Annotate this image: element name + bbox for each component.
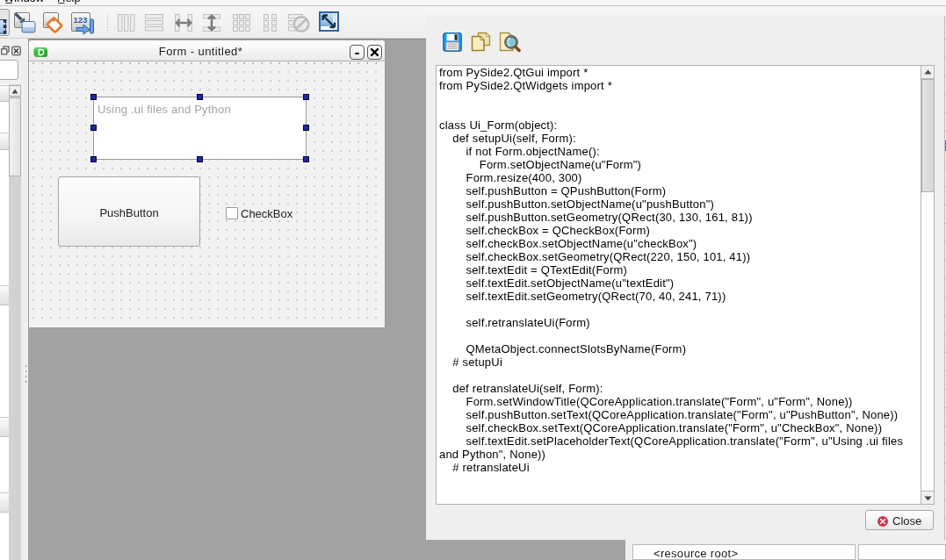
svg-text:123: 123 [74, 15, 88, 25]
